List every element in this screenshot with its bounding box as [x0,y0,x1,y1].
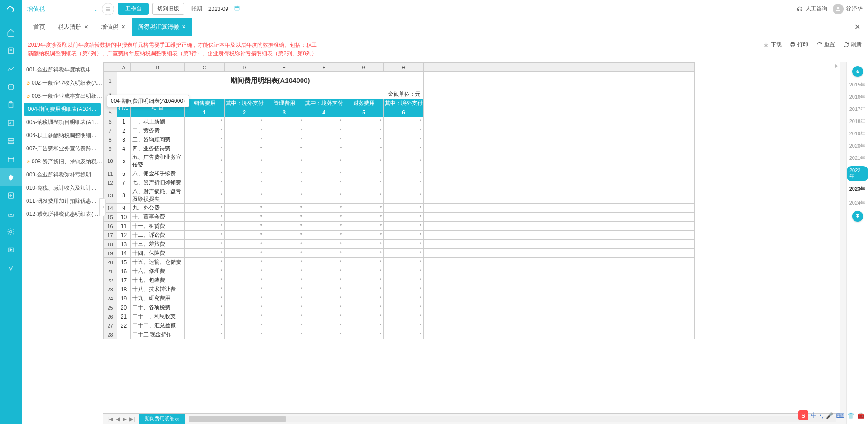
data-cell[interactable]: * [264,303,304,312]
data-cell[interactable]: * [185,285,225,294]
year-down-button[interactable] [852,211,863,222]
data-cell[interactable]: * [185,231,225,240]
data-cell[interactable]: * [225,258,264,267]
data-cell[interactable]: * [344,213,384,222]
data-cell[interactable]: * [304,249,344,258]
data-cell[interactable]: * [304,178,344,187]
nav-settings[interactable] [0,223,22,241]
data-cell[interactable]: * [344,117,384,126]
data-cell[interactable]: * [304,330,344,339]
sheet-item-11[interactable]: 012-减免所得税优惠明细表(… [22,208,103,221]
data-cell[interactable]: * [185,240,225,249]
data-cell[interactable]: * [264,117,304,126]
data-cell[interactable]: * [384,276,424,285]
year-current[interactable]: 2023年 [849,183,865,195]
year-item-1[interactable]: 2016年 [849,91,865,103]
data-cell[interactable]: * [225,126,264,135]
col-header[interactable]: H [384,63,424,72]
data-cell[interactable]: * [185,144,225,153]
nav-home[interactable] [0,24,22,42]
data-cell[interactable]: * [384,240,424,249]
row-header[interactable]: 23 [104,285,117,294]
data-cell[interactable]: * [185,222,225,231]
col-header[interactable]: D [225,63,264,72]
data-cell[interactable]: * [264,222,304,231]
tab-1[interactable]: 税表清册✕ [52,18,94,36]
data-cell[interactable]: * [185,249,225,258]
year-item-3[interactable]: 2018年 [849,115,865,128]
data-cell[interactable]: * [304,240,344,249]
col-header[interactable]: C [185,63,225,72]
sheet-item-0[interactable]: 001-企业所得税年度纳税申… [22,63,103,76]
sheet-item-7[interactable]: ⊘008-资产折旧、摊销及纳税… [22,155,103,168]
data-cell[interactable]: * [264,330,304,339]
data-cell[interactable]: * [225,153,264,169]
nav-form[interactable] [0,132,22,150]
data-cell[interactable]: * [264,153,304,169]
data-cell[interactable]: * [264,258,304,267]
refresh-button[interactable]: 刷新 [843,41,862,48]
row-header[interactable]: 8 [104,135,117,144]
data-cell[interactable]: * [185,303,225,312]
col-header[interactable]: G [344,63,384,72]
sheet-item-5[interactable]: 006-职工薪酬纳税调整明细… [22,129,103,142]
row-header[interactable]: 26 [104,312,117,321]
data-cell[interactable]: * [344,178,384,187]
data-cell[interactable]: * [344,312,384,321]
tab-0[interactable]: 首页 [27,18,52,36]
year-item-4[interactable]: 2019年 [849,128,865,140]
row-header[interactable]: 9 [104,144,117,153]
data-cell[interactable]: * [264,231,304,240]
workspace-button[interactable]: 工作台 [118,3,149,15]
nav-chart[interactable] [0,60,22,78]
year-item-6[interactable]: 2021年 [849,152,865,164]
col-header[interactable]: B [131,63,185,72]
data-cell[interactable]: * [344,294,384,303]
data-cell[interactable]: * [264,135,304,144]
row-header[interactable]: 28 [104,330,117,339]
data-cell[interactable]: * [304,169,344,178]
close-all-tabs[interactable]: ✕ [852,22,863,33]
data-cell[interactable]: * [384,222,424,231]
expand-arrow-icon[interactable] [833,62,840,70]
nav-inbox[interactable] [0,205,22,223]
data-cell[interactable]: * [304,321,344,330]
row-header[interactable]: 19 [104,249,117,258]
consult-link[interactable]: 人工咨询 [797,5,827,13]
data-cell[interactable]: * [344,267,384,276]
data-cell[interactable]: * [264,267,304,276]
data-cell[interactable]: * [344,204,384,213]
data-cell[interactable]: * [384,258,424,267]
data-cell[interactable]: * [264,187,304,204]
col-header[interactable]: A [117,63,131,72]
tab-3[interactable]: 所得税汇算清缴✕ [132,18,192,36]
nav-money[interactable] [0,78,22,96]
data-cell[interactable]: * [344,153,384,169]
data-cell[interactable]: * [304,294,344,303]
data-cell[interactable]: * [185,178,225,187]
ime-skin-icon[interactable]: 👕 [847,412,854,419]
year-item-2[interactable]: 2017年 [849,103,865,115]
ime-keyboard-icon[interactable]: ⌨ [836,412,844,419]
print-button[interactable]: 打印 [790,41,808,48]
data-cell[interactable]: * [384,153,424,169]
download-button[interactable]: 下载 [763,41,782,48]
data-cell[interactable]: * [304,153,344,169]
user-menu[interactable]: 徐泽华 [833,4,863,14]
sheet-tab-active[interactable]: 期间费用明细表 [139,414,185,424]
sheet-item-8[interactable]: 009-企业所得税弥补亏损明… [22,168,103,181]
data-cell[interactable]: * [264,285,304,294]
data-cell[interactable]: * [384,144,424,153]
year-item-0[interactable]: 2015年 [849,79,865,91]
row-header[interactable]: 11 [104,169,117,178]
sheet-item-4[interactable]: 005-纳税调整项目明细表(A1… [22,116,103,129]
data-cell[interactable]: * [225,169,264,178]
data-cell[interactable]: * [384,169,424,178]
sheet-item-9[interactable]: 010-免税、减计收入及加计… [22,181,103,195]
data-cell[interactable]: * [384,321,424,330]
period-value[interactable]: 2023-09 [208,6,228,12]
year-future[interactable]: 2024年 [849,197,865,209]
data-cell[interactable]: * [304,267,344,276]
row-header[interactable]: 20 [104,258,117,267]
data-cell[interactable]: * [225,204,264,213]
